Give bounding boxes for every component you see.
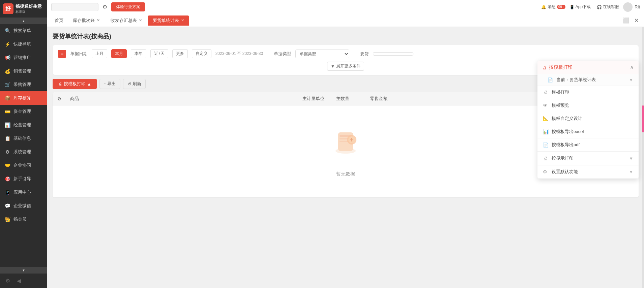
sidebar-scroll-up[interactable]: ▲ (0, 18, 47, 24)
guide-icon: 🎯 (4, 175, 11, 182)
sidebar: 好 畅捷通好生意 标准版 ▲ 🔍 搜索菜单 ⚡ 快捷导航 📢 营销推广 💰 销售… (0, 0, 47, 288)
notification-count: 99+ (557, 5, 565, 9)
main-content: ⚙ 体验行业方案 🔔 消息 99+ 📱 App下载 🎧 在线客服 Rit 首页 … (47, 0, 644, 288)
tab-inventory-batch[interactable]: 库存批次账 ✕ (68, 15, 105, 26)
print-button[interactable]: 🖨 按模板打印 ▲ (53, 79, 97, 89)
tab-close-receive-summary[interactable]: ✕ (139, 18, 142, 23)
tab-order-stats[interactable]: 要货单统计表 ✕ (148, 15, 189, 26)
user-name: Rit (635, 4, 640, 9)
expand-filter-button[interactable]: ▼ 展开更多条件 (327, 62, 364, 71)
export-button[interactable]: ↑ 导出 (99, 79, 121, 89)
tabbar-right: ⬜ ✕ (621, 16, 640, 25)
topbar-settings-icon[interactable]: ⚙ (101, 2, 109, 11)
chevron-up-icon: ▲ (87, 82, 91, 87)
dropdown-item-template-custom[interactable]: 📐 模板自定义设计 (537, 112, 639, 125)
notification-label: 消息 (548, 4, 556, 10)
refresh-button[interactable]: ↺ 刷新 (123, 79, 146, 89)
table-col-product: 商品 (66, 96, 298, 102)
filter-row-1: ≡ 单据日期 上月 本月 本年 近7天 更多 自定义 2023-06-01 至 … (58, 49, 633, 58)
trial-button[interactable]: 体验行业方案 (111, 2, 145, 11)
doc-type-select[interactable]: 单据类型 (295, 50, 349, 58)
sidebar-item-inventory[interactable]: 📦 库存核算 (0, 91, 47, 105)
online-service-button[interactable]: 🎧 在线客服 (595, 3, 621, 11)
dropdown-section-3: ⚙ 设置默认功能 ▼ (537, 165, 639, 179)
user-avatar[interactable] (623, 2, 633, 12)
filter-collapse-button[interactable]: ≡ (58, 50, 66, 58)
sidebar-item-finance[interactable]: 💳 资金管理 (0, 105, 47, 118)
table-col-unit: 主计量单位 (298, 96, 332, 102)
sidebar-item-collab[interactable]: 🤝 企业协同 (0, 159, 47, 172)
sidebar-item-operations[interactable]: 📊 经营管理 (0, 118, 47, 132)
dropdown-item-display-print[interactable]: 🖨 按显示打印 ▼ (537, 152, 639, 165)
collab-icon: 🤝 (4, 162, 11, 169)
date-btn-last-month[interactable]: 上月 (92, 49, 107, 58)
sidebar-item-purchase[interactable]: 🛒 采购管理 (0, 78, 47, 91)
finance-icon: 💳 (4, 108, 11, 115)
topbar-actions: 🔔 消息 99+ 📱 App下载 🎧 在线客服 Rit (541, 2, 640, 12)
template-preview-icon: 👁 (543, 103, 548, 108)
dropdown-close-button[interactable]: ∧ (630, 64, 634, 70)
app-download-button[interactable]: 📱 App下载 (567, 3, 593, 11)
basic-icon: 📋 (4, 135, 11, 142)
tab-close-inventory-batch[interactable]: ✕ (97, 18, 100, 23)
sidebar-bottom: ⚙ ◀ (0, 273, 47, 288)
sidebar-collapse-icon[interactable]: ◀ (16, 276, 22, 285)
tabbar: 首页 库存批次账 ✕ 收发存汇总表 ✕ 要货单统计表 ✕ ⬜ ✕ (47, 14, 644, 27)
export-icon: ↑ (104, 82, 106, 87)
tab-maximize-button[interactable]: ⬜ (621, 16, 631, 25)
topbar: ⚙ 体验行业方案 🔔 消息 99+ 📱 App下载 🎧 在线客服 Rit (47, 0, 644, 14)
sidebar-item-quick-nav[interactable]: ⚡ 快捷导航 (0, 37, 47, 51)
topbar-search-input[interactable] (51, 3, 98, 11)
dropdown-current-template[interactable]: 📄 当前：要货单统计表 ▼ (537, 74, 639, 86)
sidebar-item-member[interactable]: 👑 畅会员 (0, 213, 47, 226)
dropdown-item-set-default[interactable]: ⚙ 设置默认功能 ▼ (537, 165, 639, 179)
dropdown-item-export-excel[interactable]: 📊 按模板导出excel (537, 125, 639, 138)
purchase-icon: 🛒 (4, 81, 11, 88)
sidebar-settings-icon[interactable]: ⚙ (4, 276, 11, 285)
notification-button[interactable]: 🔔 消息 99+ (541, 4, 565, 10)
empty-text: 暂无数据 (336, 171, 355, 177)
table-col-quantity: 主数量 (332, 96, 366, 102)
date-btn-custom[interactable]: 自定义 (192, 49, 211, 58)
dropdown-item-template-print[interactable]: 🖨 模板打印 (537, 86, 639, 99)
page-area: 要货单统计表(按商品) ≡ 单据日期 上月 本月 本年 近7天 更多 自定义 2… (47, 27, 644, 288)
dropdown-item-export-pdf[interactable]: 📄 按模板导出pdf (537, 138, 639, 152)
date-btn-more[interactable]: 更多 (172, 49, 188, 58)
export-pdf-icon: 📄 (543, 142, 548, 148)
sidebar-scroll-down[interactable]: ▼ (0, 267, 47, 273)
tab-receive-summary[interactable]: 收发存汇总表 ✕ (106, 15, 147, 26)
sidebar-item-search[interactable]: 🔍 搜索菜单 (0, 24, 47, 37)
sidebar-nav: 🔍 搜索菜单 ⚡ 快捷导航 📢 营销推广 💰 销售管理 🛒 采购管理 📦 库存核… (0, 24, 47, 267)
system-icon: ⚙ (4, 149, 11, 155)
yaohuodian-label: 要货 (360, 51, 369, 57)
scroll-thumb[interactable] (642, 105, 644, 132)
sidebar-item-sales[interactable]: 💰 销售管理 (0, 64, 47, 78)
sidebar-item-wechat[interactable]: 💬 企业微信 (0, 199, 47, 213)
dropdown-header: 🖨 按模板打印 ∧ (537, 61, 639, 74)
date-btn-7days[interactable]: 近7天 (150, 49, 168, 58)
sidebar-item-system[interactable]: ⚙ 系统管理 (0, 145, 47, 159)
app-name: 畅捷通好生意 (16, 3, 42, 9)
app-logo[interactable]: 好 畅捷通好生意 标准版 (0, 0, 47, 18)
sidebar-item-app-center[interactable]: 📱 应用中心 (0, 186, 47, 199)
dropdown-section-1: 🖨 模板打印 👁 模板预览 📐 模板自定义设计 📊 按模板导出excel 📄 (537, 86, 639, 152)
scrollbar-right[interactable] (642, 27, 644, 288)
date-filter-label: 单据日期 (70, 51, 88, 57)
sidebar-item-marketing[interactable]: 📢 营销推广 (0, 51, 47, 64)
tab-home[interactable]: 首页 (51, 15, 67, 26)
date-range-display: 2023-06-01 至 2023-06-30 (215, 51, 263, 57)
marketing-icon: 📢 (4, 54, 11, 61)
sidebar-item-basic[interactable]: 📋 基础信息 (0, 132, 47, 145)
dropdown-item-template-preview[interactable]: 👁 模板预览 (537, 99, 639, 112)
tab-close-order-stats[interactable]: ✕ (181, 18, 184, 23)
chevron-down-icon: ▼ (331, 64, 335, 69)
template-print-icon: 🖨 (543, 90, 548, 95)
dropdown-section-2: 🖨 按显示打印 ▼ (537, 152, 639, 165)
operations-icon: 📊 (4, 122, 11, 128)
export-excel-icon: 📊 (543, 129, 548, 134)
tab-close-all-button[interactable]: ✕ (633, 16, 640, 25)
table-col-settings[interactable]: ⚙ (53, 96, 66, 102)
date-btn-this-year[interactable]: 本年 (131, 49, 146, 58)
date-btn-this-month[interactable]: 本月 (111, 49, 127, 58)
sidebar-item-guide[interactable]: 🎯 新手引导 (0, 172, 47, 186)
